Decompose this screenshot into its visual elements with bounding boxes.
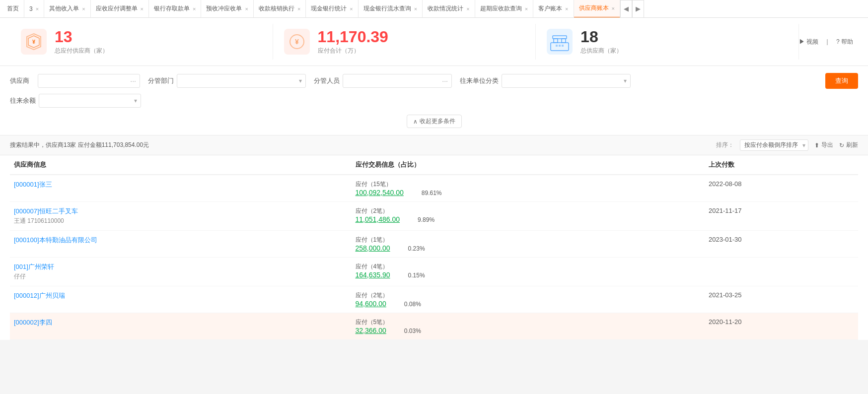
filter-row-2: 往来余额 ▾ bbox=[10, 94, 858, 108]
th-last-payment: 上次付数 bbox=[705, 155, 858, 175]
nav-tab-3[interactable]: 3 × bbox=[24, 0, 44, 18]
dept-input-wrap[interactable]: ▾ bbox=[177, 74, 306, 88]
refresh-icon: ↻ bbox=[839, 142, 844, 149]
category-label: 往来单位分类 bbox=[460, 76, 499, 85]
ap-amount-link[interactable]: 32,366.00 bbox=[356, 327, 386, 334]
nav-tab-supplier-ledger[interactable]: 供应商账本 × bbox=[574, 0, 620, 18]
supplier-link[interactable]: [000002]李四 bbox=[14, 319, 52, 326]
close-icon[interactable]: × bbox=[525, 6, 528, 12]
last-payment-date: 2023-01-30 bbox=[709, 236, 742, 243]
category-input-wrap[interactable]: ▾ bbox=[502, 74, 631, 88]
last-payment-date: 2021-11-17 bbox=[709, 207, 742, 214]
export-button[interactable]: ⬆ 导出 bbox=[814, 141, 833, 149]
sort-select[interactable]: 按应付余额倒序排序 bbox=[740, 139, 808, 151]
close-icon[interactable]: × bbox=[245, 6, 248, 12]
nav-tab-receipt-stat[interactable]: 收款情况统计 × bbox=[423, 0, 475, 18]
nav-tab-prepay-offset[interactable]: 预收冲应收单 × bbox=[201, 0, 253, 18]
dept-input[interactable] bbox=[177, 74, 306, 88]
nav-tab-cash-bank-flow[interactable]: 现金银行流水查询 × bbox=[359, 0, 423, 18]
last-payment-cell: 2020-11-20 bbox=[705, 313, 858, 340]
svg-rect-14 bbox=[562, 45, 564, 47]
supplier-link[interactable]: [001]广州荣轩 bbox=[14, 263, 54, 270]
close-icon[interactable]: × bbox=[612, 5, 615, 11]
ap-transaction-cell: 应付（5笔） 32,366.00 0.03% bbox=[352, 313, 705, 340]
supplier-input[interactable] bbox=[38, 74, 140, 88]
close-icon[interactable]: × bbox=[350, 6, 353, 12]
card3-content: 18 总供应商（家） bbox=[580, 29, 622, 55]
category-input[interactable] bbox=[502, 74, 631, 88]
balance-label: 往来余额 bbox=[10, 96, 36, 105]
sort-select-wrap[interactable]: 按应付余额倒序排序 ▾ bbox=[740, 139, 808, 151]
card2-content: 11,170.39 应付合计（万） bbox=[318, 29, 388, 55]
action-buttons: ⬆ 导出 ↻ 刷新 bbox=[814, 141, 858, 149]
person-input[interactable] bbox=[343, 74, 452, 88]
ap-note: 应付（5笔） bbox=[356, 318, 701, 327]
person-label: 分管人员 bbox=[314, 76, 340, 85]
th-supplier-info: 供应商信息 bbox=[10, 155, 352, 175]
nav-tab-home[interactable]: 首页 bbox=[2, 0, 24, 18]
card1-content: 13 总应付供应商（家） bbox=[55, 29, 108, 55]
nav-tab-customer-ledger[interactable]: 客户账本 × bbox=[533, 0, 574, 18]
refresh-button[interactable]: ↻ 刷新 bbox=[839, 141, 858, 149]
supplier-link[interactable]: [000012]广州贝瑞 bbox=[14, 292, 65, 299]
supplier-link[interactable]: [000001]张三 bbox=[14, 181, 52, 188]
supplier-info-cell: [000002]李四 bbox=[10, 313, 352, 340]
results-summary-text: 搜索结果中，供应商13家 应付金额111,703,854.00元 bbox=[10, 141, 149, 149]
supplier-input-wrap[interactable]: ··· bbox=[38, 74, 140, 88]
balance-input[interactable] bbox=[39, 94, 141, 108]
nav-tab-overdue-ar[interactable]: 超期应收款查询 × bbox=[475, 0, 533, 18]
ap-note: 应付（15笔） bbox=[356, 180, 701, 189]
category-filter: 往来单位分类 ▾ bbox=[460, 74, 631, 88]
help-icon: ? bbox=[836, 38, 840, 45]
supplier-info-cell: [001]广州荣轩仔仔 bbox=[10, 258, 352, 286]
table-row: [000100]本特勤油品有限公司 应付（1笔） 258,000.00 0.23… bbox=[10, 231, 858, 258]
close-icon[interactable]: × bbox=[36, 6, 39, 12]
nav-tab-other-income[interactable]: 其他收入单 × bbox=[44, 0, 90, 18]
ap-amount-link[interactable]: 100,092,540.00 bbox=[356, 189, 404, 197]
ap-amount-link[interactable]: 258,000.00 bbox=[356, 244, 390, 252]
close-icon[interactable]: × bbox=[82, 6, 85, 12]
query-button[interactable]: 查询 bbox=[825, 73, 858, 89]
close-icon[interactable]: × bbox=[193, 6, 196, 12]
balance-input-wrap[interactable]: ▾ bbox=[39, 94, 141, 108]
summary-bar: ¥ 13 总应付供应商（家） ¥ 11,170.39 应付合计（万） bbox=[0, 18, 868, 66]
help-link[interactable]: ? 帮助 bbox=[836, 38, 853, 46]
close-icon[interactable]: × bbox=[414, 6, 417, 12]
nav-tab-cash-bank-stat[interactable]: 现金银行统计 × bbox=[306, 0, 358, 18]
filter-area: 供应商 ··· 分管部门 ▾ 分管人员 ··· 往来单位分类 bbox=[0, 66, 868, 135]
last-payment-cell: 2022-08-08 bbox=[705, 175, 858, 202]
ap-transaction-cell: 应付（15笔） 100,092,540.00 89.61% bbox=[352, 175, 705, 202]
ap-percent: 0.23% bbox=[398, 245, 425, 252]
ap-amount-link[interactable]: 164,635.90 bbox=[356, 271, 390, 279]
last-payment-date: 2020-11-20 bbox=[709, 318, 742, 326]
ap-percent: 0.03% bbox=[394, 328, 421, 334]
nav-tab-bank-deposit[interactable]: 银行存取款单 × bbox=[149, 0, 201, 18]
close-icon[interactable]: × bbox=[565, 6, 568, 12]
ap-transaction-cell: 应付（1笔） 258,000.00 0.23% bbox=[352, 231, 705, 258]
supplier-info-cell: [000007]恒旺二手叉车王通 17106110000 bbox=[10, 202, 352, 231]
ap-total-card-icon: ¥ bbox=[283, 28, 311, 56]
nav-next-arrow[interactable]: ▶ bbox=[632, 0, 644, 18]
supplier-link[interactable]: [000007]恒旺二手叉车 bbox=[14, 207, 78, 215]
close-icon[interactable]: × bbox=[297, 6, 300, 12]
collapse-filter-button[interactable]: ∧ 收起更多条件 bbox=[407, 115, 462, 128]
person-input-wrap[interactable]: ··· bbox=[343, 74, 452, 88]
table-row: [000001]张三 应付（15笔） 100,092,540.00 89.61%… bbox=[10, 175, 858, 202]
video-link[interactable]: ▶ 视频 bbox=[799, 38, 818, 46]
nav-tab-receipt-verify[interactable]: 收款核销执行 × bbox=[254, 0, 306, 18]
help-links: ▶ 视频 ｜ ? 帮助 bbox=[799, 38, 858, 46]
supplier-ledger-table: 供应商信息 应付交易信息（占比） 上次付数 [000001]张三 应付（15笔）… bbox=[10, 155, 858, 340]
ap-percent: 89.61% bbox=[412, 190, 442, 197]
table-row: [001]广州荣轩仔仔 应付（4笔） 164,635.90 0.15% bbox=[10, 258, 858, 286]
supplier-info-cell: [000001]张三 bbox=[10, 175, 352, 202]
nav-tab-ar-ap-adjust[interactable]: 应收应付调整单 × bbox=[91, 0, 149, 18]
close-icon[interactable]: × bbox=[141, 6, 144, 12]
last-payment-cell: 2021-03-25 bbox=[705, 286, 858, 313]
supplier-sub-info: 仔仔 bbox=[14, 272, 348, 281]
supplier-link[interactable]: [000100]本特勤油品有限公司 bbox=[14, 236, 97, 244]
close-icon[interactable]: × bbox=[466, 6, 469, 12]
ap-amount-link[interactable]: 94,600.00 bbox=[356, 300, 386, 308]
ap-amount-link[interactable]: 11,051,486.00 bbox=[356, 215, 400, 223]
supplier-info-cell: [000012]广州贝瑞 bbox=[10, 286, 352, 313]
nav-prev-arrow[interactable]: ◀ bbox=[620, 0, 632, 18]
